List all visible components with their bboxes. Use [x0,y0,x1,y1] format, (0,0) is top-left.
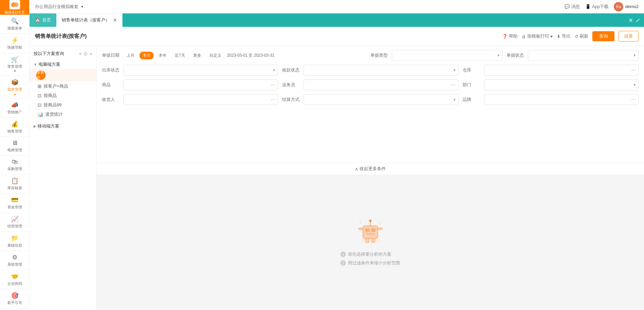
page-header: 销售单统计表(按客户) ❓ 帮助 🖨 按模板打印 ▾ ⬇ 导出 ↺ 刷新 [30,27,644,46]
scheme-edit-icon[interactable]: ⊙ [84,51,88,56]
recipient-label: 收货人 [102,97,121,103]
scheme-group-desktop-header[interactable]: ▼ 电脑端方案 [30,60,96,69]
dept-control[interactable]: ▾ [484,80,639,90]
sidebar-item-wholesale[interactable]: 📦 批发管理 ▴ [0,76,30,99]
sidebar-item-finance[interactable]: 💳 资金管理 [0,194,30,213]
sales-rep-control[interactable]: ··· [304,80,458,90]
user-menu[interactable]: Ea demo2 [614,2,639,11]
date-btn-this-year[interactable]: 本年 [156,52,170,59]
warehouse-label: 仓库 [463,67,481,73]
date-btn-7days[interactable]: 近7天 [172,52,188,59]
message-button[interactable]: 💬 消息 [565,4,580,10]
print-button[interactable]: 🖨 按模板打印 ▾ [522,33,553,39]
date-btn-more[interactable]: 更多 [190,52,204,59]
main-area: 办公用品行业模拟账套 ▾ 💬 消息 📱 App下载 Ea demo2 🏠 首页 [30,0,644,310]
sidebar-item-marketing[interactable]: 📣 营销推广 [0,99,30,118]
svg-point-13 [360,222,361,223]
sidebar-item-search[interactable]: 🔍 搜索菜单 [0,15,30,34]
collapse-up-icon: ∧ [355,166,358,171]
order-type-chevron: ▾ [497,53,499,58]
filter-item-recipient: 收货人 ··· [102,94,278,105]
tab-restore-icon[interactable]: ⤢ [636,17,640,23]
export-button[interactable]: ⬇ 导出 [557,33,571,39]
tip-text-2: 用过滤条件来缩小分析范围 [348,260,400,266]
main-sidebar: 畅捷通好生意 🔍 搜索菜单 ⚡ 快捷导航 🛒 零售管理 ▾ 📦 批发管理 ▴ 📣… [0,0,30,310]
app-download-button[interactable]: 📱 App下载 [585,4,608,10]
app-logo[interactable]: 畅捷通好生意 [0,0,30,15]
svg-point-15 [378,236,379,237]
scheme-item-by-customer[interactable]: 按客户 [30,69,96,82]
sidebar-label-search: 搜索菜单 [7,26,22,31]
print-label: 按模板打印 [527,33,549,39]
order-type-control[interactable]: ▾ [392,50,502,61]
scheme-item-by-goods[interactable]: ⊡ 按商品 [30,91,96,100]
settings-button[interactable]: 设置 [619,31,639,42]
warehouse-dots: ··· [631,67,636,73]
retail-arrow: ▾ [14,69,16,73]
scheme-add-icon[interactable]: + [79,51,82,56]
scheme-item-by-customer-goods[interactable]: ⊞ 按客户+商品 [30,82,96,91]
scheme-group-toggle-icon: ▼ [34,62,37,66]
sidebar-item-appcenter[interactable]: 📱 应用中心 [0,308,30,310]
date-btn-custom[interactable]: 自定义 [206,52,224,59]
sidebar-label-finance: 资金管理 [7,205,22,210]
inventory-icon: 📋 [11,177,18,185]
sidebar-item-newbie[interactable]: 🎯 新手引导 [0,289,30,308]
sidebar-label-inventory: 库存核算 [7,186,22,191]
out-status-control[interactable]: ▾ [123,65,278,75]
sidebar-label-retail: 零售管理 [7,64,22,69]
sidebar-item-base[interactable]: 📁 基础信息 [0,232,30,251]
refresh-button[interactable]: ↺ 刷新 [575,33,588,39]
scheme-group-mobile-header[interactable]: ▶ 移动端方案 [30,122,96,131]
message-label: 消息 [571,4,580,10]
sidebar-item-retail[interactable]: 🛒 零售管理 ▾ [0,53,30,76]
tab-home[interactable]: 🏠 首页 [30,13,56,27]
header-left: 办公用品行业模拟账套 ▾ [35,4,83,10]
receipt-status-control[interactable]: ▾ [304,65,458,75]
tab-bar: 🏠 首页 销售单统计表（按客户） ✕ ✕ ⤢ [30,13,644,27]
tab-close-all-icon[interactable]: ✕ [629,17,633,23]
tab-bar-right: ✕ ⤢ [629,17,644,23]
sidebar-item-operations[interactable]: 📈 经营管理 [0,213,30,232]
svg-rect-4 [365,228,369,232]
empty-illustration [354,216,387,246]
brand-control[interactable]: ··· [484,94,639,105]
scheme-group-mobile: ▶ 移动端方案 [30,120,96,132]
tab-report[interactable]: 销售单统计表（按客户） ✕ [56,13,122,27]
tab-close-icon[interactable]: ✕ [113,17,117,23]
filter-area: 单据日期 上月 本月 本年 近7天 更多 自定义 2023-03-01 至 20… [97,46,644,163]
sidebar-item-system[interactable]: ⚙ 系统管理 [0,251,30,270]
date-btn-this-month[interactable]: 本月 [140,52,154,59]
sidebar-item-enterprise[interactable]: 🤝 企业协同 [0,270,30,289]
payment-method-label: 结算方式 [282,97,301,103]
help-button[interactable]: ❓ 帮助 [502,33,518,39]
collapse-bar[interactable]: ∧ 收起更多条件 [97,163,644,174]
query-button[interactable]: 查询 [592,31,614,41]
scheme-label-by-customer-goods: 按客户+商品 [44,83,68,89]
scheme-label-return-stats: 退货统计 [45,111,63,117]
filter-item-date: 单据日期 上月 本月 本年 近7天 更多 自定义 2023-03-01 至 20… [102,52,366,59]
sidebar-item-shortcuts[interactable]: ⚡ 快捷导航 [0,34,30,53]
ecommerce-icon: 🖥 [12,140,18,147]
scheme-item-return-stats[interactable]: 📊 退货统计 [30,110,96,119]
date-btn-last-month[interactable]: 上月 [123,52,138,59]
payment-method-control[interactable]: ▾ [304,94,458,105]
goods-control[interactable]: ··· [123,80,278,90]
sidebar-item-purchase[interactable]: 🛍 采购管理 [0,156,30,174]
dept-label: 部门 [463,82,481,88]
scheme-icon-box2: ⊡ [38,102,42,108]
scheme-collapse-icon[interactable]: « [90,51,92,56]
scheme-item-by-goods-99[interactable]: ⊡ 按商品99 [30,100,96,110]
scheme-icon-box: ⊡ [38,93,42,98]
brand-label: 品牌 [463,97,481,103]
breadcrumb-dropdown[interactable]: ▾ [81,4,83,9]
order-status-control[interactable]: ▾ [528,50,639,61]
warehouse-control[interactable]: ··· [484,65,639,75]
sidebar-item-inventory[interactable]: 📋 库存核算 [0,174,30,194]
sidebar-item-sales[interactable]: 💰 销售管理 [0,118,30,137]
sidebar-item-ecommerce[interactable]: 🖥 电商管理 [0,137,30,156]
tip-num-2: 2 [340,260,346,266]
recipient-control[interactable]: ··· [123,94,278,105]
tip-item-1: 1 请先选择要分析的方案 [340,251,400,257]
svg-rect-11 [366,239,369,243]
